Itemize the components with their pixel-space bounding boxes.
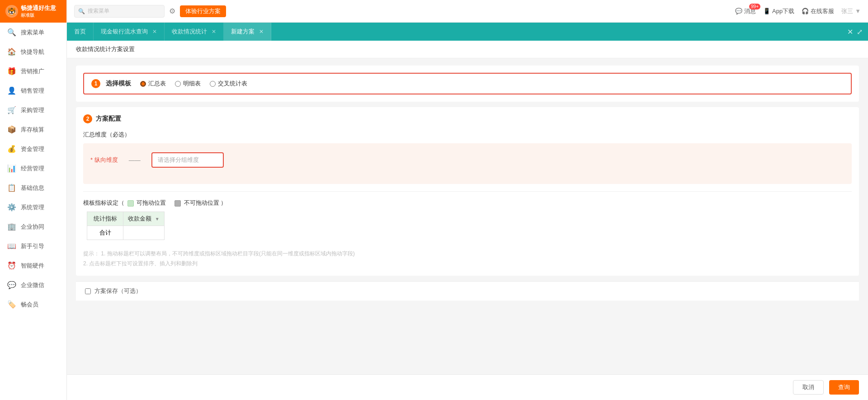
content-area: 1 选择模板 汇总表 明细表 交叉统计表	[67, 58, 868, 313]
tabs-window-buttons: ✕ ⤢	[847, 28, 868, 36]
sidebar-item-label: 资金管理	[21, 145, 44, 153]
vertical-label: * 纵向维度	[90, 156, 118, 164]
tab-new-plan[interactable]: 新建方案 ✕	[224, 23, 271, 41]
sidebar-item-basic-info[interactable]: 📋 基础信息	[0, 178, 66, 198]
search-icon: 🔍	[78, 8, 85, 14]
dimension-select-dropdown[interactable]: 请选择分组维度	[151, 152, 224, 168]
sidebar-item-label: 销售管理	[21, 87, 44, 95]
sidebar-item-marketing[interactable]: 🎁 营销推广	[0, 61, 66, 81]
settings-icon[interactable]: ⚙	[169, 7, 175, 15]
sidebar-item-label: 企业微信	[21, 281, 44, 289]
app-download-btn[interactable]: 📱 App下载	[763, 7, 794, 15]
indicator-header-label: 模板指标设定（ 可拖动位置 不可拖动位置 ）	[83, 199, 226, 207]
tab-bank-flow-close[interactable]: ✕	[152, 28, 157, 35]
sidebar-item-label: 智能硬件	[21, 262, 44, 270]
chat-icon: 💬	[7, 281, 16, 289]
sidebar-item-sales[interactable]: 👤 销售管理	[0, 81, 66, 100]
step2-number: 2	[83, 114, 92, 123]
tab-home[interactable]: 首页	[67, 23, 94, 41]
query-button[interactable]: 查询	[829, 380, 859, 395]
tab-collection-stats[interactable]: 收款情况统计 ✕	[165, 23, 224, 41]
sidebar-item-system[interactable]: ⚙️ 系统管理	[0, 198, 66, 217]
sidebar-nav: 🔍 搜索菜单 🏠 快捷导航 🎁 营销推广 👤 销售管理 🛒 采购管理 📦 库存核…	[0, 23, 66, 400]
tab-collection-stats-close[interactable]: ✕	[212, 28, 216, 35]
trial-button[interactable]: 体验行业方案	[180, 5, 226, 17]
save-label[interactable]: 方案保存（可选）	[94, 287, 142, 295]
radio-summary-label: 汇总表	[148, 80, 166, 88]
logo-badge: 标准版	[21, 12, 56, 19]
tag-icon: 🏷️	[7, 300, 16, 309]
col-dropdown-icon[interactable]: ▼	[155, 216, 160, 221]
sidebar-item-member[interactable]: 🏷️ 畅会员	[0, 295, 66, 314]
tab-bank-flow-label: 现金银行流水查询	[101, 28, 148, 36]
chevron-down-icon: ▼	[855, 8, 861, 14]
tab-collection-stats-label: 收款情况统计	[172, 28, 207, 36]
topbar-left: 🔍 搜索菜单 ⚙ 体验行业方案	[74, 5, 226, 18]
indicator-table: 统计指标 收款金额 ▼ 合计	[87, 212, 165, 240]
notif-badge: 99+	[749, 4, 760, 9]
save-checkbox[interactable]	[85, 288, 91, 294]
window-maximize-icon[interactable]: ⤢	[857, 28, 863, 36]
sidebar-item-purchase[interactable]: 🛒 采购管理	[0, 100, 66, 120]
sidebar-item-search-menu[interactable]: 🔍 搜索菜单	[0, 23, 66, 42]
sidebar-item-wechat[interactable]: 💬 企业微信	[0, 275, 66, 295]
cancel-button[interactable]: 取消	[793, 380, 824, 395]
sidebar-item-label: 库存核算	[21, 126, 44, 134]
sidebar-item-hardware[interactable]: ⏰ 智能硬件	[0, 256, 66, 275]
stat-indicator-header: 统计指标	[87, 212, 123, 226]
message-icon: 💬	[735, 8, 742, 14]
topbar-right: 💬 消息 99+ 📱 App下载 🎧 在线客服 张三 ▼	[735, 7, 861, 15]
row1-val	[123, 226, 165, 240]
col1-header[interactable]: 收款金额 ▼	[123, 212, 165, 226]
user-info[interactable]: 张三 ▼	[841, 7, 861, 15]
sidebar-item-label: 基础信息	[21, 184, 44, 192]
indicator-header: 模板指标设定（ 可拖动位置 不可拖动位置 ）	[83, 199, 852, 207]
logo-icon: 🐯	[5, 5, 18, 18]
step1-title: 选择模板	[106, 80, 131, 88]
tab-home-label: 首页	[74, 28, 86, 36]
vertical-dimension-row: * 纵向维度 —— 请选择分组维度	[90, 152, 844, 168]
sidebar-item-guide[interactable]: 📖 新手引导	[0, 236, 66, 256]
sidebar-item-label: 快捷导航	[21, 48, 44, 56]
step2-title: 方案配置	[96, 115, 121, 123]
gift-icon: 🎁	[7, 67, 16, 75]
clipboard-icon: 📋	[7, 184, 16, 192]
sidebar-item-operations[interactable]: 📊 经营管理	[0, 159, 66, 178]
tabs-bar: 首页 现金银行流水查询 ✕ 收款情况统计 ✕ 新建方案 ✕ ✕ ⤢	[67, 23, 868, 41]
radio-summary-input[interactable]	[140, 81, 146, 87]
gear-icon: ⚙️	[7, 203, 16, 212]
radio-cross-input[interactable]	[210, 81, 216, 87]
tab-bank-flow[interactable]: 现金银行流水查询 ✕	[94, 23, 165, 41]
search-bar[interactable]: 🔍 搜索菜单	[74, 5, 165, 18]
notification-btn[interactable]: 💬 消息 99+	[735, 7, 756, 15]
radio-detail[interactable]: 明细表	[175, 80, 201, 88]
topbar: 🔍 搜索菜单 ⚙ 体验行业方案 💬 消息 99+ 📱 App下载 🎧 在线客服 …	[67, 0, 868, 23]
radio-summary[interactable]: 汇总表	[140, 80, 166, 88]
logo-text: 畅捷通好生意	[21, 4, 56, 12]
sidebar-item-label: 新手引导	[21, 242, 44, 250]
customer-service-btn[interactable]: 🎧 在线客服	[802, 7, 834, 15]
breadcrumb: 收款情况统计方案设置	[76, 46, 135, 52]
cart-icon: 🛒	[7, 106, 16, 114]
sidebar-item-finance[interactable]: 💰 资金管理	[0, 139, 66, 159]
main-content: 收款情况统计方案设置 1 选择模板 汇总表 明细表	[67, 41, 868, 400]
sidebar-item-label: 采购管理	[21, 106, 44, 114]
download-icon: 📱	[763, 8, 770, 14]
radio-cross[interactable]: 交叉统计表	[210, 80, 247, 88]
sidebar-logo: 🐯 畅捷通好生意 标准版	[0, 0, 66, 23]
dimension-label: 汇总维度（必选）	[83, 131, 852, 139]
sidebar-item-quick-nav[interactable]: 🏠 快捷导航	[0, 42, 66, 61]
tab-new-plan-close[interactable]: ✕	[259, 28, 264, 35]
sidebar-item-label: 营销推广	[21, 67, 44, 75]
book-icon: 📖	[7, 242, 16, 250]
service-icon: 🎧	[802, 8, 809, 14]
sidebar-item-enterprise[interactable]: 🏢 企业协同	[0, 217, 66, 236]
clock-icon: ⏰	[7, 261, 16, 270]
sidebar-item-label: 系统管理	[21, 203, 44, 212]
sidebar-item-inventory[interactable]: 📦 库存核算	[0, 120, 66, 139]
radio-detail-input[interactable]	[175, 81, 181, 87]
arrow-icon: ——	[129, 157, 141, 164]
window-close-icon[interactable]: ✕	[847, 28, 853, 36]
template-radio-group: 汇总表 明细表 交叉统计表	[140, 80, 247, 88]
sidebar: 🐯 畅捷通好生意 标准版 🔍 搜索菜单 🏠 快捷导航 🎁 营销推广 👤 销售管理…	[0, 0, 67, 400]
